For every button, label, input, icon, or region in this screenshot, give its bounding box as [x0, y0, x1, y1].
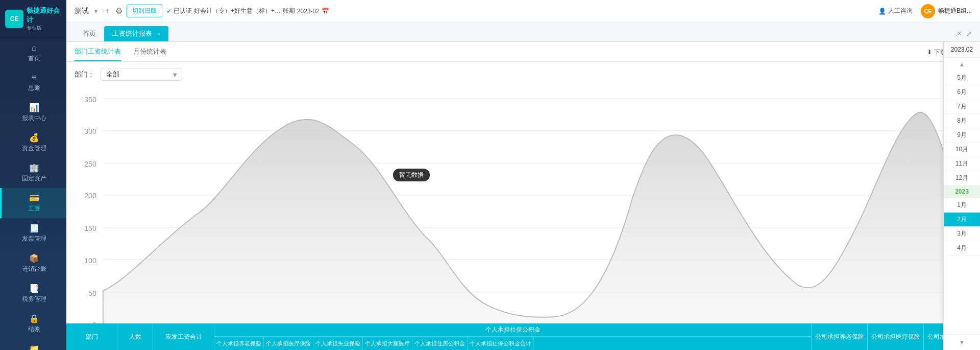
sidebar-nav: ⌂ 首页 ≡ 总账 📊 报表中心 💰 资金管理 🏢 固定资产 💳 工资 🧾 发票…	[0, 38, 66, 350]
settings-button[interactable]: ⚙	[115, 6, 122, 16]
date-items: 5月 6月 7月 8月 9月 10月 11月 12月 2023 1月 2月 3月…	[944, 71, 980, 334]
th-personal-unemployment: 个人承担失业保险	[313, 337, 363, 350]
home-icon: ⌂	[32, 43, 37, 53]
tax-icon: 📑	[29, 284, 39, 293]
archive-icon: 📁	[29, 344, 39, 350]
department-filter-label: 部门：	[75, 70, 94, 79]
sidebar-item-ledger[interactable]: ≡ 总账	[0, 68, 66, 98]
th-personal-total: 个人承担社保公积金合计	[468, 337, 534, 350]
subtab-monthly[interactable]: 月份统计表	[133, 47, 166, 61]
page-body: 部门工资统计表 月份统计表 ⬇ 下载 ↻ 刷新 部门： 全部 ▼	[66, 42, 980, 350]
sidebar-item-invoice[interactable]: 🧾 发票管理	[0, 218, 66, 248]
topbar-tags: ✔ 已认证 好会计（专）+好生意（标）+… 账期 2023-02 📅	[166, 7, 329, 15]
sidebar-item-report[interactable]: 📊 报表中心	[0, 98, 66, 128]
svg-text:50: 50	[88, 289, 96, 297]
tab-payroll-report[interactable]: 工资统计报表 ×	[104, 26, 168, 41]
department-select[interactable]: 全部	[101, 68, 182, 81]
add-button[interactable]: ＋	[103, 6, 111, 16]
date-item-oct[interactable]: 10月	[944, 143, 980, 157]
date-item-year-2023: 2023	[944, 185, 980, 198]
date-item-may[interactable]: 5月	[944, 71, 980, 85]
chart-area: 350 300 250 200 150 100 50 0	[66, 87, 980, 350]
sidebar-item-home[interactable]: ⌂ 首页	[0, 38, 66, 68]
verified-label: 已认证	[174, 7, 192, 15]
sidebar-item-asset[interactable]: 🏢 固定资产	[0, 158, 66, 188]
date-item-sep[interactable]: 9月	[944, 128, 980, 143]
date-panel-footer: ▼	[944, 334, 980, 350]
purchase-icon: 📦	[29, 253, 39, 263]
user-menu[interactable]: CE 畅捷通B组...	[921, 4, 972, 18]
date-item-feb-active[interactable]: 2月	[944, 213, 980, 227]
date-picker-panel: 2023.02 ▲ 5月 6月 7月 8月 9月 10月 11月 12月 202…	[943, 42, 980, 350]
date-panel-header: 2023.02	[944, 42, 980, 58]
th-personal-large-medical: 个人承担大额医疗	[363, 337, 412, 350]
sidebar-item-purchase[interactable]: 📦 进销台账	[0, 248, 66, 278]
svg-text:150: 150	[84, 224, 96, 232]
period-label: 账期	[283, 7, 295, 15]
filter-bar: 部门： 全部 ▼	[66, 62, 980, 87]
date-item-jan[interactable]: 1月	[944, 198, 980, 213]
tab-close-icon[interactable]: ×	[157, 31, 160, 37]
main-content: 测试 ▼ ＋ ⚙ 切到旧版 ✔ 已认证 好会计（专）+好生意（标）+… 账期 2…	[66, 0, 980, 350]
invoice-icon: 🧾	[29, 223, 39, 233]
svg-text:300: 300	[84, 127, 96, 135]
th-personal-pension: 个人承担养老保险	[214, 337, 264, 350]
company-dropdown-icon[interactable]: ▼	[93, 8, 99, 15]
subtabs: 部门工资统计表 月份统计表 ⬇ 下载 ↻ 刷新	[66, 42, 980, 62]
date-item-mar[interactable]: 3月	[944, 227, 980, 241]
verified-icon: ✔	[166, 8, 172, 15]
service-tags: 好会计（专）+好生意（标）+…	[194, 7, 281, 15]
date-item-jun[interactable]: 6月	[944, 85, 980, 100]
expand-panel-icon[interactable]: ⤢	[966, 30, 972, 38]
date-item-nov[interactable]: 11月	[944, 157, 980, 171]
th-department: 部门	[66, 323, 117, 350]
th-total-salary: 应发工资合计	[153, 323, 214, 350]
logo-text: 畅捷通好会计 专业版	[27, 6, 61, 32]
close-books-icon: 🔒	[29, 314, 39, 323]
logo-icon: CE	[5, 10, 23, 28]
sidebar-item-archive[interactable]: 📁 归档管理	[0, 339, 66, 350]
date-item-dec[interactable]: 12月	[944, 171, 980, 185]
consult-button[interactable]: 👤 人工咨询	[878, 7, 913, 15]
th-group-header-personal: 个人承担社保公积金	[214, 323, 811, 337]
table-header: 部门 人数 应发工资合计 个人承担社保公积金 个人承担养老保险 个人承担医疗保险	[66, 323, 980, 350]
date-item-aug[interactable]: 8月	[944, 114, 980, 128]
th-group-personal-insurance: 个人承担社保公积金 个人承担养老保险 个人承担医疗保险 个人承担失业保险 个人承…	[214, 323, 812, 350]
switch-version-button[interactable]: 切到旧版	[127, 5, 162, 17]
svg-text:250: 250	[84, 160, 96, 168]
sidebar: CE 畅捷通好会计 专业版 ⌂ 首页 ≡ 总账 📊 报表中心 💰 资金管理 🏢 …	[0, 0, 66, 350]
department-select-wrapper: 全部 ▼	[101, 68, 182, 81]
sidebar-item-close[interactable]: 🔒 结账	[0, 309, 66, 339]
close-panel-icon[interactable]: ×	[957, 29, 962, 38]
subtab-department[interactable]: 部门工资统计表	[75, 47, 121, 61]
date-prev-button[interactable]: ▲	[956, 60, 968, 69]
calendar-icon[interactable]: 📅	[322, 8, 329, 15]
th-personal-housing: 个人承担住房公积金	[412, 337, 468, 350]
asset-icon: 🏢	[29, 163, 39, 173]
date-item-apr[interactable]: 4月	[944, 241, 980, 255]
th-company-pension: 公司承担养老保险	[812, 323, 868, 350]
user-avatar: CE	[921, 4, 935, 18]
th-company-medical: 公司承担医疗保险	[868, 323, 924, 350]
sidebar-item-tax[interactable]: 📑 税务管理	[0, 278, 66, 309]
date-panel-nav: ▲	[944, 58, 980, 71]
period-value: 2023-02	[297, 8, 320, 15]
tab-home[interactable]: 首页	[75, 26, 104, 41]
topbar-right: 👤 人工咨询 CE 畅捷通B组...	[878, 4, 972, 18]
fund-icon: 💰	[29, 133, 39, 143]
date-next-button[interactable]: ▼	[956, 338, 968, 347]
svg-text:350: 350	[84, 96, 96, 104]
download-icon: ⬇	[927, 49, 932, 56]
date-item-jul[interactable]: 7月	[944, 100, 980, 114]
payroll-icon: 💳	[29, 193, 39, 203]
payroll-chart: 350 300 250 200 150 100 50 0	[77, 92, 970, 345]
th-group-cells: 个人承担养老保险 个人承担医疗保险 个人承担失业保险 个人承担大额医疗 个人承担…	[214, 337, 811, 350]
tabbar: 首页 工资统计报表 × × ⤢	[66, 22, 980, 42]
sidebar-item-payroll[interactable]: 💳 工资	[0, 188, 66, 218]
consult-icon: 👤	[878, 8, 886, 15]
ledger-icon: ≡	[32, 73, 36, 82]
company-name: 测试	[75, 7, 89, 16]
user-name: 畅捷通B组...	[938, 7, 972, 15]
svg-text:100: 100	[84, 256, 96, 265]
sidebar-item-fund[interactable]: 💰 资金管理	[0, 128, 66, 158]
